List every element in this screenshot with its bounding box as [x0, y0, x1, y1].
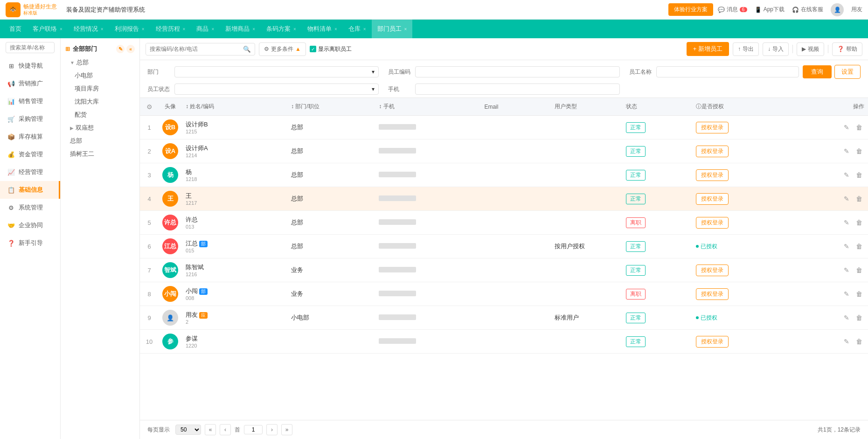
tree-collapse-btn[interactable]: «	[126, 45, 135, 53]
last-page-btn[interactable]: »	[281, 424, 292, 435]
navtab-barcode[interactable]: 条码方案×	[261, 20, 302, 38]
tree-node-headquarter[interactable]: ▼ 总部	[61, 56, 139, 69]
delete-button[interactable]: 🗑	[854, 194, 864, 203]
query-button[interactable]: 查询	[803, 65, 832, 78]
delete-button[interactable]: 🗑	[854, 218, 864, 227]
next-page-btn[interactable]: ›	[266, 424, 278, 435]
close-icon[interactable]: ×	[334, 27, 337, 32]
tree-child-distribution[interactable]: 配货	[61, 108, 139, 121]
tree-child-small-elec[interactable]: 小电部	[61, 69, 139, 82]
auth-button[interactable]: 授权登录	[696, 193, 729, 205]
navtab-profit[interactable]: 利润报告×	[109, 20, 150, 38]
sidebar-item-guide[interactable]: ❓ 新手引导	[0, 234, 60, 252]
sidebar-item-basic-info[interactable]: 📋 基础信息	[0, 181, 60, 199]
sidebar-item-sales[interactable]: 📊 销售管理	[0, 92, 60, 110]
edit-button[interactable]: ✎	[842, 194, 851, 203]
video-button[interactable]: ▶ 视频	[797, 42, 824, 56]
delete-button[interactable]: 🗑	[854, 265, 864, 275]
edit-button[interactable]: ✎	[842, 242, 851, 251]
close-icon[interactable]: ×	[60, 27, 62, 32]
app-action[interactable]: 📱 App下载	[755, 6, 785, 14]
navtab-customers[interactable]: 客户联络×	[27, 20, 68, 38]
auth-button[interactable]: 授权登录	[696, 146, 729, 157]
edit-button[interactable]: ✎	[842, 337, 851, 346]
tree-child-shenyang[interactable]: 沈阳大库	[61, 95, 139, 108]
col-phone[interactable]: ↕ 手机	[375, 98, 480, 116]
emp-name-input[interactable]	[656, 66, 799, 77]
search-input[interactable]	[146, 43, 239, 55]
close-icon[interactable]: ×	[363, 27, 366, 32]
delete-button[interactable]: 🗑	[854, 146, 864, 156]
sidebar-item-enterprise[interactable]: 🤝 企业协同	[0, 216, 60, 234]
per-page-select[interactable]: 50 20 100	[175, 425, 201, 435]
tree-node-shuangmiao[interactable]: ▶ 双庙想	[61, 121, 139, 134]
close-icon[interactable]: ×	[142, 27, 145, 32]
col-settings[interactable]: ⚙	[140, 98, 159, 116]
sidebar-item-purchase[interactable]: 🛒 采购管理	[0, 110, 60, 128]
sidebar-item-system[interactable]: ⚙ 系统管理	[0, 199, 60, 216]
sidebar-item-inventory[interactable]: 📦 库存核算	[0, 128, 60, 146]
emp-code-input[interactable]	[415, 66, 619, 77]
close-icon[interactable]: ×	[101, 27, 104, 32]
edit-button[interactable]: ✎	[842, 123, 851, 132]
sidebar-item-ops[interactable]: 📈 经营管理	[0, 163, 60, 181]
auth-button[interactable]: 授权登录	[696, 288, 729, 300]
navtab-bom[interactable]: 物料清单×	[302, 20, 343, 38]
close-icon[interactable]: ×	[183, 27, 186, 32]
navtab-add-goods[interactable]: 新增商品×	[220, 20, 261, 38]
prev-page-btn[interactable]: ‹	[220, 424, 231, 435]
delete-button[interactable]: 🗑	[854, 123, 864, 132]
auth-button[interactable]: 授权登录	[696, 265, 729, 276]
settings-button[interactable]: 设置	[834, 65, 861, 79]
sidebar-search-input[interactable]	[6, 42, 55, 53]
more-filter-btn[interactable]: ⚙ 更多条件 ▲	[259, 42, 306, 56]
tree-child-project[interactable]: 项目库房	[61, 82, 139, 95]
edit-button[interactable]: ✎	[842, 170, 851, 180]
support-action[interactable]: 🎧 在线客服	[792, 6, 823, 14]
help-button[interactable]: ❓ 帮助	[832, 42, 862, 56]
delete-button[interactable]: 🗑	[854, 170, 864, 180]
sidebar-item-quick-nav[interactable]: ⊞ 快捷导航	[0, 57, 60, 75]
status-select[interactable]: ▾	[174, 84, 379, 95]
delete-button[interactable]: 🗑	[854, 289, 864, 299]
delete-button[interactable]: 🗑	[854, 313, 864, 322]
navtab-process[interactable]: 经营历程×	[150, 20, 191, 38]
edit-button[interactable]: ✎	[842, 146, 851, 156]
close-icon[interactable]: ×	[211, 27, 214, 32]
navtab-home[interactable]: 首页	[4, 20, 27, 38]
delete-button[interactable]: 🗑	[854, 337, 864, 346]
auth-button[interactable]: 授权登录	[696, 122, 729, 133]
experience-btn[interactable]: 体验行业方案	[668, 3, 713, 16]
tree-node-chashuwang[interactable]: 插树王二	[61, 147, 139, 160]
edit-button[interactable]: ✎	[842, 289, 851, 299]
navtab-employees[interactable]: 部门员工×	[372, 20, 413, 38]
phone-input[interactable]	[415, 84, 619, 95]
user-avatar[interactable]: 👤	[831, 3, 844, 16]
edit-button[interactable]: ✎	[842, 218, 851, 227]
close-icon[interactable]: ×	[404, 27, 407, 32]
import-button[interactable]: ↓ 导入	[763, 42, 789, 56]
navtab-goods[interactable]: 商品×	[191, 20, 220, 38]
add-employee-button[interactable]: + 新增员工	[687, 42, 729, 56]
export-button[interactable]: ↑ 导出	[733, 42, 759, 56]
tree-edit-btn[interactable]: ✎	[116, 45, 125, 53]
delete-button[interactable]: 🗑	[854, 242, 864, 251]
message-action[interactable]: 💬 消息 6	[718, 6, 747, 14]
auth-button[interactable]: 授权登录	[696, 169, 729, 181]
sidebar-item-finance[interactable]: 💰 资金管理	[0, 146, 60, 163]
col-dept[interactable]: ↕ 部门/职位	[287, 98, 375, 116]
page-input[interactable]	[244, 425, 263, 434]
navtab-warehouse[interactable]: 仓库×	[343, 20, 372, 38]
close-icon[interactable]: ×	[293, 27, 296, 32]
first-page-btn[interactable]: «	[205, 424, 216, 435]
edit-button[interactable]: ✎	[842, 265, 851, 275]
col-name[interactable]: ↕ 姓名/编码	[182, 98, 287, 116]
sidebar-item-marketing[interactable]: 📢 营销推广	[0, 75, 60, 92]
search-button[interactable]: 🔍	[239, 43, 255, 55]
show-resigned-check[interactable]: ✓ 显示离职员工	[310, 45, 352, 53]
edit-button[interactable]: ✎	[842, 313, 851, 322]
auth-button[interactable]: 授权登录	[696, 336, 729, 348]
tree-node-hq2[interactable]: 总部	[61, 134, 139, 147]
dept-select[interactable]: ▾	[174, 66, 379, 77]
auth-button[interactable]: 授权登录	[696, 217, 729, 229]
